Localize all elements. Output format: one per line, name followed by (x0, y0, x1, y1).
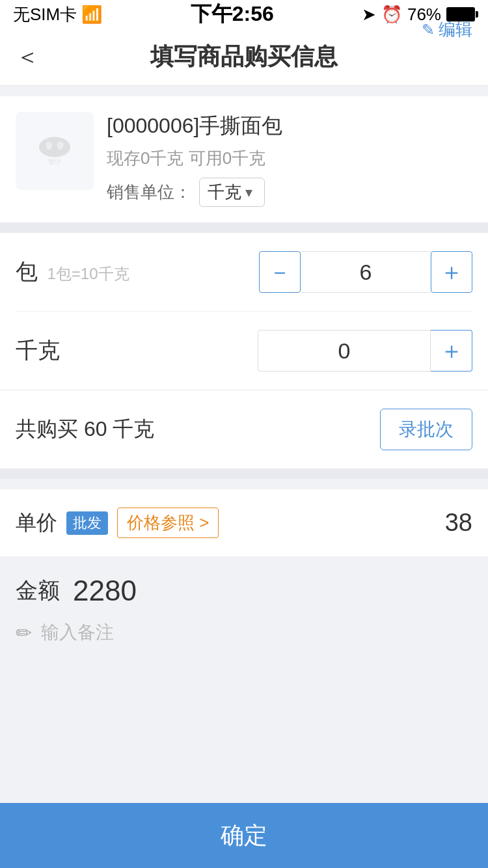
product-image: 智计 (16, 112, 94, 190)
main-spacer (0, 658, 488, 803)
product-name: [0000006]手撕面包 (107, 112, 472, 141)
back-button[interactable]: ＜ (16, 41, 39, 73)
unit-dropdown[interactable]: 千克 (199, 178, 265, 207)
amount-value: 2280 (73, 575, 137, 607)
edit-icon: ✎ (422, 21, 435, 39)
price-ref-button[interactable]: 价格参照 > (117, 508, 219, 538)
edit-label: 编辑 (439, 18, 472, 41)
unit-label: 销售单位： (107, 181, 191, 204)
svg-point-0 (39, 137, 70, 157)
input-section: 包 1包=10千克 － ＋ 千克 ＋ (0, 233, 488, 390)
product-stock: 现存0千克 可用0千克 (107, 147, 472, 170)
status-bar: 无SIM卡 📶 下午2:56 ➤ ⏰ 76% (0, 0, 488, 29)
bao-decrement-button[interactable]: － (259, 251, 301, 293)
page-title: 填写商品购买信息 (150, 41, 338, 73)
price-left: 单价 批发 价格参照 > (16, 508, 219, 538)
kg-input-row: 千克 ＋ (16, 312, 472, 390)
price-label: 单价 (16, 509, 57, 537)
note-placeholder: 输入备注 (41, 620, 114, 645)
kg-input[interactable] (258, 330, 431, 372)
svg-point-4 (58, 146, 62, 150)
price-row: 单价 批发 价格参照 > 38 (16, 508, 472, 538)
pifa-badge: 批发 (66, 511, 108, 535)
bao-stepper: － ＋ (259, 251, 472, 293)
svg-text:智计: 智计 (48, 158, 61, 165)
confirm-label: 确定 (221, 820, 267, 852)
amount-section: 金额 2280 ✏ 输入备注 (0, 556, 488, 658)
record-batch-button[interactable]: 录批次 (380, 409, 472, 450)
total-label: 共购买 60 千克 (16, 415, 154, 444)
product-info: [0000006]手撕面包 现存0千克 可用0千克 销售单位： 千克 (107, 112, 472, 207)
bao-input[interactable] (301, 251, 431, 293)
location-icon: ➤ (362, 5, 376, 25)
bao-input-row: 包 1包=10千克 － ＋ (16, 233, 472, 312)
total-row: 共购买 60 千克 录批次 (0, 390, 488, 468)
bao-increment-button[interactable]: ＋ (431, 251, 472, 293)
note-icon: ✏ (16, 621, 32, 644)
unit-value: 千克 (208, 181, 241, 204)
kg-stepper: ＋ (258, 330, 472, 372)
bao-hint: 1包=10千克 (47, 265, 129, 282)
kg-increment-button[interactable]: ＋ (431, 330, 472, 372)
amount-label: 金额 (16, 576, 60, 606)
alarm-icon: ⏰ (381, 5, 402, 25)
kg-label: 千克 (16, 336, 60, 366)
nav-bar: ＜ 填写商品购买信息 (0, 29, 488, 86)
edit-button[interactable]: ✎ 编辑 (422, 18, 472, 41)
bao-label: 包 (16, 259, 38, 284)
price-section: 单价 批发 价格参照 > 38 (0, 489, 488, 556)
product-card: 智计 [0000006]手撕面包 现存0千克 可用0千克 销售单位： 千克 ✎ … (0, 96, 488, 223)
price-value: 38 (445, 509, 472, 537)
bao-label-group: 包 1包=10千克 (16, 257, 129, 287)
time-display: 下午2:56 (191, 0, 274, 29)
separator-2 (0, 468, 488, 479)
note-row[interactable]: ✏ 输入备注 (16, 620, 472, 645)
carrier-wifi: 无SIM卡 📶 (13, 3, 102, 26)
amount-row: 金额 2280 (16, 575, 472, 607)
separator-1 (0, 223, 488, 233)
svg-point-3 (47, 146, 51, 150)
confirm-button[interactable]: 确定 (0, 803, 488, 868)
product-unit-row: 销售单位： 千克 (107, 178, 472, 207)
